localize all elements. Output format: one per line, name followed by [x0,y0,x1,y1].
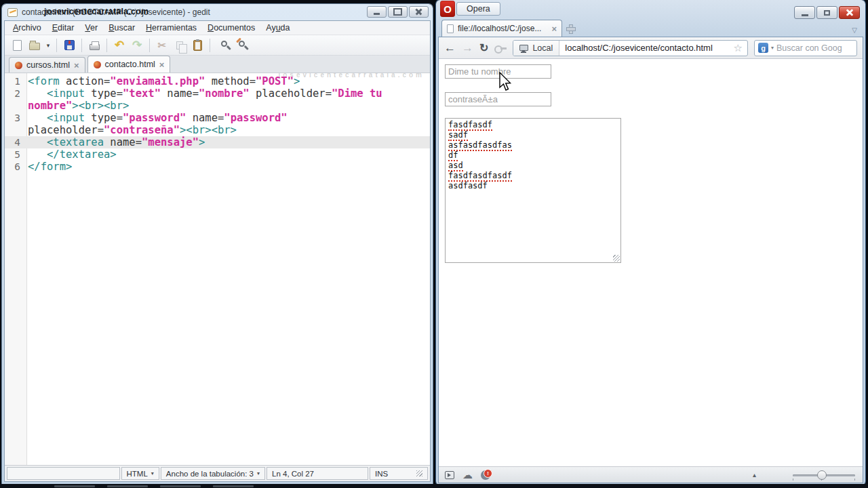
close-icon[interactable]: × [159,60,165,69]
code-line[interactable]: nombre"><br><br> [5,100,430,112]
open-document-icon[interactable] [26,37,43,54]
page-content: fasdfasdfsadfasfasdfasdfasdfasdfasdfasdf… [439,59,863,466]
tab-label: cursos.html [26,60,70,70]
mouse-cursor [498,72,513,92]
tab-overflow-icon[interactable]: ▽ [852,26,857,34]
search-input[interactable]: g ▾ Buscar con Goog [754,40,857,56]
opera-logo-icon[interactable]: O [440,1,455,17]
find-replace-icon[interactable] [232,37,248,54]
cut-icon: ✂ [154,37,170,54]
textarea-resize-grip[interactable] [613,255,620,262]
open-dropdown-icon[interactable]: ▾ [44,37,52,54]
close-icon[interactable]: × [74,61,79,70]
minimize-button[interactable] [367,6,387,18]
message-textarea[interactable]: fasdfasdfsadfasfasdfasdfasdfasdfasdfasdf… [445,118,621,263]
code-line[interactable]: 1<form action="enviamail.php" method="PO… [5,75,430,87]
menu-ayuda[interactable]: Ayuda [260,22,295,34]
chevron-down-icon: ▾ [257,470,260,476]
code-line[interactable]: 4 <textarea name="mensaje"> [5,136,430,148]
code-text: placeholder="contraseña"><br><br> [24,124,430,136]
gedit-titlebar[interactable]: contacto.html (BOOTCAMP (C:) \josevicent… [2,4,433,20]
reload-icon[interactable]: ↻ [479,43,488,54]
tab-title: file://localhost/C:/jose... [458,24,547,33]
opera-titlebar[interactable]: O Opera [436,0,865,19]
new-document-icon[interactable] [9,37,25,54]
opera-tabbar: file://localhost/C:/jose... × ▽ [436,19,865,37]
minimize-button[interactable] [794,6,815,19]
close-button[interactable] [839,6,860,19]
code-line[interactable]: 2 <input type="text" name="nombre" place… [5,87,430,100]
close-icon[interactable]: × [551,24,557,34]
editor-tab[interactable]: contacto.html× [87,56,171,73]
sidebar-panel-icon[interactable] [445,471,454,479]
undo-icon[interactable]: ↶ [111,37,127,54]
editor-tab[interactable]: cursos.html× [9,57,85,73]
opera-menu-button[interactable]: Opera [456,2,500,16]
textarea-line: asfasdfasdfas [448,140,618,150]
browser-tab[interactable]: file://localhost/C:/jose... × [441,20,562,37]
textarea-line: df [448,150,618,161]
language-label: HTML [127,470,148,478]
chevron-down-icon[interactable]: ▾ [771,45,774,51]
language-selector[interactable]: HTML ▾ [121,467,159,480]
code-lines: 1<form action="enviamail.php" method="PO… [5,73,430,173]
menu-buscar[interactable]: Buscar [103,22,140,34]
resize-grip[interactable] [416,470,422,476]
code-text: <input type="password" name="password" [24,112,430,124]
menu-documentos[interactable]: Documentos [202,22,260,34]
page-textarea-content: fasdfasdfsadfasfasdfasdfasdfasdfasdfasdf… [448,120,618,191]
code-editor[interactable]: josevicentecarratala.com 1<form action="… [5,73,430,465]
input-mode[interactable]: INS [370,467,428,480]
toolbar-separator [149,39,150,52]
save-icon[interactable] [61,37,77,54]
taskbar-sliver [0,484,868,488]
maximize-button[interactable] [388,6,408,18]
sync-error-icon[interactable] [481,470,490,480]
gedit-statusbar: HTML ▾ Ancho de la tabulación: 3 ▾ Ln 4,… [5,465,430,481]
watermark-text: josevicentecarratala.com [44,7,149,16]
menu-ver[interactable]: Ver [79,22,103,34]
textarea-word: asdfasdf [448,181,488,190]
zoom-slider-handle[interactable] [817,470,827,480]
line-number [5,100,24,112]
new-tab-button[interactable] [565,22,580,35]
local-badge-label: Local [532,43,553,53]
cursor-position-label: Ln 4, Col 27 [272,470,314,478]
google-search-icon[interactable]: g [758,43,768,53]
code-line[interactable]: 3 <input type="password" name="password" [5,112,430,124]
gedit-toolbar: ▾ ↶ ↷ ✂ [5,35,430,56]
back-icon[interactable]: ← [444,42,456,54]
find-icon[interactable] [214,37,231,54]
document-icon [15,62,22,69]
paste-icon[interactable] [189,37,205,54]
zoom-slider[interactable] [793,470,855,481]
tab-width-selector[interactable]: Ancho de la tabulación: 3 ▾ [161,467,265,480]
misspelled-word: fasdfasdf [448,120,492,131]
password-input[interactable] [445,92,551,106]
code-text: <input type="text" name="nombre" placeho… [24,87,430,100]
menu-archivo[interactable]: Archivo [7,22,47,34]
address-bar[interactable]: Local localhost/C:/josevicente/contacto.… [513,40,748,56]
toolbar-separator [56,39,57,52]
menu-herramientas[interactable]: Herramientas [140,22,202,34]
bookmark-star-icon[interactable]: ☆ [734,42,743,54]
tab-width-label: Ancho de la tabulación: 3 [166,470,254,478]
code-line[interactable]: 5 </textarea> [5,148,430,161]
url-text[interactable]: localhost/C:/josevicente/contacto.html [559,43,733,53]
opera-toolbar: ← → ↻ Local localhost/C:/josevicente/con… [439,37,863,59]
cloud-icon[interactable]: ☁ [462,470,473,480]
local-badge[interactable]: Local [513,41,559,56]
opera-window: O Opera file://localhost/C:/jose... × ▽ … [436,0,865,485]
gedit-body: ArchivoEditarVerBuscarHerramientasDocume… [4,20,431,482]
close-button[interactable] [409,6,429,18]
desktop: contacto.html (BOOTCAMP (C:) \josevicent… [0,0,868,488]
maximize-button[interactable] [816,6,837,19]
code-line[interactable]: placeholder="contraseña"><br><br> [5,124,430,136]
zoom-menu-arrow-icon[interactable]: ▴ [753,471,756,479]
toolbar-separator [106,39,107,52]
print-icon[interactable] [86,37,102,54]
gedit-menubar: ArchivoEditarVerBuscarHerramientasDocume… [5,21,430,35]
menu-editar[interactable]: Editar [47,22,80,34]
gedit-window: contacto.html (BOOTCAMP (C:) \josevicent… [2,4,433,484]
code-line[interactable]: 6</form> [5,161,430,173]
